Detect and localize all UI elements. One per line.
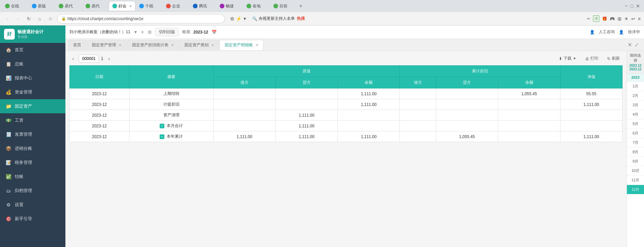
gift-icon[interactable]: 🎁	[602, 16, 607, 21]
cell-summary: + 本月合计	[129, 121, 213, 131]
sidebar-item-fixed-assets[interactable]: 📁 固定资产	[0, 99, 65, 113]
browser-tab-tencent[interactable]: 腾讯	[189, 1, 216, 11]
reload-button[interactable]: ↻	[25, 15, 33, 23]
browser-tab-qiye[interactable]: 企业	[162, 1, 189, 11]
url-bar[interactable]: 🔒 https://cloud.chanjet.com/accounting/u…	[57, 14, 225, 23]
top-bar-right: 👤 人工咨询 👤 徐泽华	[590, 29, 640, 35]
refresh-button[interactable]: ↻ 刷新	[604, 54, 623, 63]
period-item-jun[interactable]: 6月	[627, 129, 644, 138]
translate-icon[interactable]: 译	[593, 15, 599, 22]
window-minimize[interactable]: −	[625, 3, 628, 9]
sidebar-item-funds[interactable]: 💰 资金管理	[0, 85, 65, 99]
col-accum-credit: 贷方	[436, 77, 498, 88]
back-button[interactable]: ‹	[3, 15, 11, 23]
sidebar-item-home[interactable]: 🏠 首页	[0, 43, 65, 57]
table-row: 2023-12 上期结转 1,111.00 1,055.45 55.55	[70, 88, 623, 99]
tab-home[interactable]: 首页	[68, 40, 86, 50]
pagination-area: ‹ 1 ›	[69, 55, 113, 63]
period-item-oct[interactable]: 10月	[627, 166, 644, 176]
support-icon: 👤	[590, 30, 595, 35]
browser-tab-gedi[interactable]: 各地	[243, 1, 270, 11]
page-code-input[interactable]	[79, 55, 99, 63]
print-button[interactable]: 🖨 打印	[582, 54, 601, 63]
window-close[interactable]: ✕	[636, 3, 640, 9]
sidebar-item-tax[interactable]: 📝 税务管理	[0, 156, 65, 170]
browser-tab-bar: 在线 新版 易代 易代 好会 ✕ 个税 企业 腾讯	[0, 0, 644, 12]
browser-tab-yidai2[interactable]: 易代	[82, 1, 109, 11]
browser-tab-haohui[interactable]: 好会 ✕	[109, 1, 136, 11]
tab-close-depreciation-stats[interactable]: ✕	[171, 43, 174, 47]
tab-close-fixed-assets-category[interactable]: ✕	[211, 43, 214, 47]
cell-net-value: 55.55	[560, 88, 622, 99]
grid-icon[interactable]: ⊞	[618, 16, 622, 21]
period-item-jul[interactable]: 7月	[627, 138, 644, 147]
download-button[interactable]: ⬇ 下载 ▼	[556, 54, 579, 63]
browser-tab-muqian[interactable]: 目前	[270, 1, 297, 11]
user-label[interactable]: 徐泽华	[628, 29, 640, 35]
support-label[interactable]: 人工咨询	[599, 29, 615, 35]
scissors-icon[interactable]: ✂	[587, 16, 590, 21]
period-item-aug[interactable]: 8月	[627, 147, 644, 157]
gamepad-icon[interactable]: 🎮	[610, 16, 615, 21]
browser-tab-changjie[interactable]: 畅捷	[216, 1, 243, 11]
toolbar-row: ‹ 1 › ⬇ 下载 ▼ 🖨 打印	[69, 54, 623, 63]
sidebar-item-general-ledger[interactable]: 📋 总账	[0, 57, 65, 71]
bookmark-button[interactable]: ☆	[46, 15, 54, 23]
menu-icon[interactable]: ≡	[638, 16, 641, 21]
tab-fixed-assets-category[interactable]: 固定资产类别 ✕	[179, 40, 219, 50]
period-item-jan[interactable]: 1月	[627, 82, 644, 91]
period-item-may[interactable]: 5月	[627, 119, 644, 129]
expand-icon[interactable]: ⤢	[635, 42, 639, 48]
sidebar-item-reports[interactable]: 📊 报表中心	[0, 71, 65, 85]
period-item-feb[interactable]: 2月	[627, 91, 644, 101]
cell-accum-balance: 1,055.45	[498, 88, 560, 99]
cell-net-value	[560, 121, 622, 131]
forward-button[interactable]: ›	[14, 15, 22, 23]
settings-small-icon[interactable]: ⚙	[148, 29, 152, 35]
switch-version-button[interactable]: 切到旧版	[155, 28, 179, 36]
tab-fixed-assets-detail[interactable]: 固定资产明细账 ✕	[220, 40, 263, 50]
dropdown-arrow[interactable]: ▼	[133, 30, 138, 35]
lightning-icon[interactable]: ⚡	[236, 16, 241, 21]
brightness-icon[interactable]: ☀	[624, 16, 629, 21]
funds-icon: 💰	[5, 89, 11, 95]
add-button[interactable]: +	[141, 29, 144, 35]
page-tab-nav: 首页 固定资产管理 ✕ 固定资产折旧统计表 ✕ 固定资产类别 ✕ 固定资产明细账…	[65, 39, 644, 51]
dropdown-icon[interactable]: ▼	[243, 16, 247, 21]
download-dropdown-icon[interactable]: ▼	[573, 57, 576, 60]
window-maximize[interactable]: □	[631, 3, 633, 9]
sidebar-item-guide[interactable]: 🎯 新手引导	[0, 212, 65, 226]
history-icon[interactable]: ↩	[631, 16, 635, 21]
browser-tab-geshui[interactable]: 个税	[136, 1, 162, 11]
cell-date: 2023-12	[70, 131, 129, 142]
tab-fixed-assets-management[interactable]: 固定资产管理 ✕	[87, 40, 126, 50]
sidebar-item-invoice[interactable]: 🧾 发票管理	[0, 127, 65, 141]
browser-tab-zaixian[interactable]: 在线	[1, 1, 28, 11]
extensions-icon[interactable]: ⚙	[230, 16, 234, 21]
sidebar-item-payroll[interactable]: 💵 工资	[0, 113, 65, 127]
close-panel-icon[interactable]: ✕	[628, 42, 632, 48]
period-item-apr[interactable]: 4月	[627, 110, 644, 119]
prev-page-button[interactable]: ‹	[69, 55, 77, 62]
table-row: 2023-12 + 本年累计 1,111.00 1,111.00 1,111.0…	[70, 131, 623, 142]
period-item-nov[interactable]: 11月	[627, 176, 644, 185]
home-button[interactable]: ⌂	[36, 15, 44, 23]
tab-close-fixed-assets-detail[interactable]: ✕	[256, 43, 258, 47]
period-item-dec[interactable]: 12月	[627, 185, 644, 194]
calendar-icon[interactable]: 📅	[212, 30, 217, 35]
sidebar-item-settings[interactable]: ⚙ 设置	[0, 198, 65, 212]
browser-tab-yidai1[interactable]: 易代	[55, 1, 82, 11]
new-tab-button[interactable]: +	[297, 2, 305, 10]
sidebar-item-close[interactable]: ✅ 结账	[0, 170, 65, 184]
sidebar-item-archive[interactable]: 🗂 归档管理	[0, 184, 65, 198]
browser-tab-xinban[interactable]: 新版	[28, 1, 55, 11]
tab-close-fixed-assets-management[interactable]: ✕	[119, 43, 121, 47]
settings-icon: ⚙	[5, 202, 11, 208]
period-item-sep[interactable]: 9月	[627, 157, 644, 166]
next-page-button[interactable]: ›	[105, 55, 113, 62]
browser-tab-close[interactable]: ✕	[129, 4, 132, 8]
tab-depreciation-stats[interactable]: 固定资产折旧统计表 ✕	[127, 40, 179, 50]
period-item-2023[interactable]: 2023	[627, 73, 644, 82]
period-item-mar[interactable]: 3月	[627, 101, 644, 110]
sidebar-item-inventory[interactable]: 📦 进销台账	[0, 141, 65, 156]
